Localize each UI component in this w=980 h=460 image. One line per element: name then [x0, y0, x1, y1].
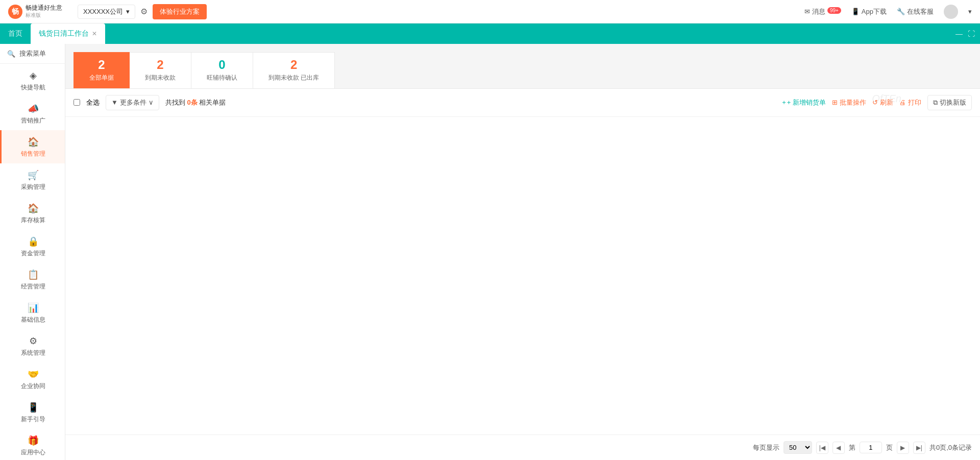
purchase-icon: 🛒: [28, 170, 39, 181]
sidebar-item-quick-nav-label: 快捷导航: [21, 83, 45, 92]
logo-text-block: 畅捷通好生意 标准版: [26, 4, 62, 19]
tab-home-label: 首页: [8, 29, 22, 38]
tab-cashwork-label: 钱货日清工作台: [39, 29, 89, 38]
filter-icon: ▼: [111, 99, 118, 106]
settings-button[interactable]: ⚙: [140, 7, 148, 16]
stats-tabs: 2 全部单据 2 到期未收款 0 旺辅待确认 2 到期未收款 已出库: [65, 44, 980, 89]
switch-icon: ⧉: [933, 99, 938, 107]
avatar[interactable]: [944, 5, 958, 19]
batch-btn[interactable]: ⊞ 批量操作: [832, 98, 866, 107]
page-suffix: 页: [886, 443, 893, 452]
online-service-label: 在线客服: [907, 7, 934, 16]
add-sales-order-btn[interactable]: + + 新增销货单: [782, 98, 826, 107]
sidebar-item-operations[interactable]: 📋 经营管理: [0, 263, 65, 296]
inventory-icon: 🏠: [28, 203, 39, 214]
dropdown-icon: ▾: [126, 8, 130, 15]
quick-nav-icon: ◈: [30, 70, 37, 81]
app-title: 畅捷通好生意: [26, 4, 62, 12]
sidebar-item-purchase[interactable]: 🛒 采购管理: [0, 163, 65, 197]
sidebar-item-sales[interactable]: 🏠 销售管理: [0, 130, 65, 163]
add-icon: +: [782, 99, 786, 106]
select-all-checkbox[interactable]: [74, 99, 80, 106]
print-label: 打印: [908, 98, 921, 107]
found-count: 0条: [187, 99, 198, 106]
page-input[interactable]: [860, 442, 882, 453]
service-icon: 🔧: [897, 8, 905, 15]
sidebar-item-finance[interactable]: 🔒 资金管理: [0, 230, 65, 263]
stat-overdue-out-number: 2: [290, 58, 297, 72]
stat-pending-label: 旺辅待确认: [207, 74, 237, 82]
sidebar-item-app-center[interactable]: 🎁 应用中心: [0, 429, 65, 460]
experience-btn[interactable]: 体验行业方案: [153, 4, 207, 19]
sidebar-item-system-label: 系统管理: [21, 349, 45, 357]
stat-tab-all[interactable]: 2 全部单据: [74, 52, 130, 88]
header-right: ✉ 消息 99+ 📱 App下载 🔧 在线客服 ▾: [804, 5, 972, 19]
last-page-btn[interactable]: ▶|: [913, 442, 925, 454]
app-download-action[interactable]: 📱 App下载: [851, 7, 887, 16]
filter-button[interactable]: ▼ 更多条件 ∨: [106, 95, 159, 110]
pagination-bar: 每页显示 50 10 20 100 |◀ ◀ 第 页 ▶ ▶| 共0页,0条记录: [65, 434, 980, 460]
sidebar-item-enterprise[interactable]: 🤝 企业协同: [0, 362, 65, 396]
company-selector[interactable]: XXXXXX公司 ▾: [78, 5, 135, 19]
guide-icon: 📱: [28, 402, 39, 413]
found-text: 共找到 0条 相关单据: [165, 98, 226, 107]
operations-icon: 📋: [28, 269, 39, 280]
message-icon: ✉: [804, 8, 810, 15]
batch-icon: ⊞: [832, 99, 838, 106]
sidebar-item-system[interactable]: ⚙ 系统管理: [0, 329, 65, 362]
sidebar-item-app-center-label: 应用中心: [21, 448, 45, 457]
switch-label: 切换新版: [940, 98, 966, 107]
filter-dropdown-icon: ∨: [149, 99, 154, 106]
prev-page-btn[interactable]: ◀: [832, 442, 845, 454]
sidebar-item-guide[interactable]: 📱 新手引导: [0, 396, 65, 429]
top-header: 畅 畅捷通好生意 标准版 XXXXXX公司 ▾ ⚙ 体验行业方案 ✉ 消息 99…: [0, 0, 980, 23]
message-label: 消息: [812, 7, 825, 16]
stat-pending-number: 0: [218, 58, 225, 72]
sidebar-search[interactable]: 🔍 搜索菜单: [0, 44, 65, 64]
message-action[interactable]: ✉ 消息 99+: [804, 7, 841, 16]
phone-icon: 📱: [851, 8, 860, 15]
tab-minimize-icon[interactable]: —: [955, 30, 963, 38]
print-btn[interactable]: 🖨 打印: [899, 98, 921, 107]
add-label: + 新增销货单: [787, 98, 826, 107]
total-info: 共0页,0条记录: [929, 443, 972, 452]
tab-home[interactable]: 首页: [0, 23, 31, 44]
username-label: ▾: [968, 8, 972, 15]
table-area: [65, 117, 980, 372]
sidebar-item-operations-label: 经营管理: [21, 282, 45, 291]
next-page-btn[interactable]: ▶: [897, 442, 909, 454]
app-center-icon: 🎁: [28, 435, 39, 446]
page-prefix: 第: [849, 443, 855, 452]
watermark-text: OfTEn: [872, 93, 901, 105]
sidebar: 🔍 搜索菜单 ◈ 快捷导航 📣 营销推广 🏠 销售管理 🛒 采购管理 🏠 库存核…: [0, 44, 65, 460]
sidebar-item-marketing[interactable]: 📣 营销推广: [0, 97, 65, 130]
tab-bar: 首页 钱货日清工作台 ✕ — ⛶: [0, 23, 980, 44]
stat-tab-overdue[interactable]: 2 到期未收款: [130, 52, 191, 88]
switch-version-btn[interactable]: ⧉ 切换新版: [927, 95, 972, 110]
logo-icon: 畅: [8, 5, 22, 19]
sidebar-item-guide-label: 新手引导: [21, 415, 45, 424]
sidebar-item-finance-label: 资金管理: [21, 249, 45, 258]
found-suffix: 相关单据: [199, 99, 226, 106]
stat-overdue-number: 2: [157, 58, 163, 72]
sidebar-item-basic-info-label: 基础信息: [21, 316, 45, 324]
found-prefix: 共找到: [165, 99, 185, 106]
app-download-label: App下载: [862, 7, 887, 16]
main-content: 2 全部单据 2 到期未收款 0 旺辅待确认 2 到期未收款 已出库 全选: [65, 44, 980, 460]
stat-tab-pending[interactable]: 0 旺辅待确认: [191, 52, 253, 88]
tab-cashwork[interactable]: 钱货日清工作台 ✕: [31, 23, 105, 44]
per-page-select[interactable]: 50 10 20 100: [783, 441, 812, 454]
tab-maximize-icon[interactable]: ⛶: [968, 30, 975, 38]
tab-bar-actions: — ⛶: [955, 30, 980, 38]
sidebar-item-quick-nav[interactable]: ◈ 快捷导航: [0, 64, 65, 97]
online-service-action[interactable]: 🔧 在线客服: [897, 7, 934, 16]
sidebar-item-inventory[interactable]: 🏠 库存核算: [0, 197, 65, 230]
app-subtitle: 标准版: [26, 12, 62, 19]
username-action[interactable]: ▾: [968, 8, 972, 15]
stat-tab-overdue-out[interactable]: 2 到期未收款 已出库: [253, 52, 335, 88]
first-page-btn[interactable]: |◀: [816, 442, 828, 454]
system-icon: ⚙: [29, 335, 37, 347]
tab-close-icon[interactable]: ✕: [92, 30, 97, 37]
sidebar-item-basic-info[interactable]: 📊 基础信息: [0, 296, 65, 329]
sidebar-item-marketing-label: 营销推广: [21, 116, 45, 125]
